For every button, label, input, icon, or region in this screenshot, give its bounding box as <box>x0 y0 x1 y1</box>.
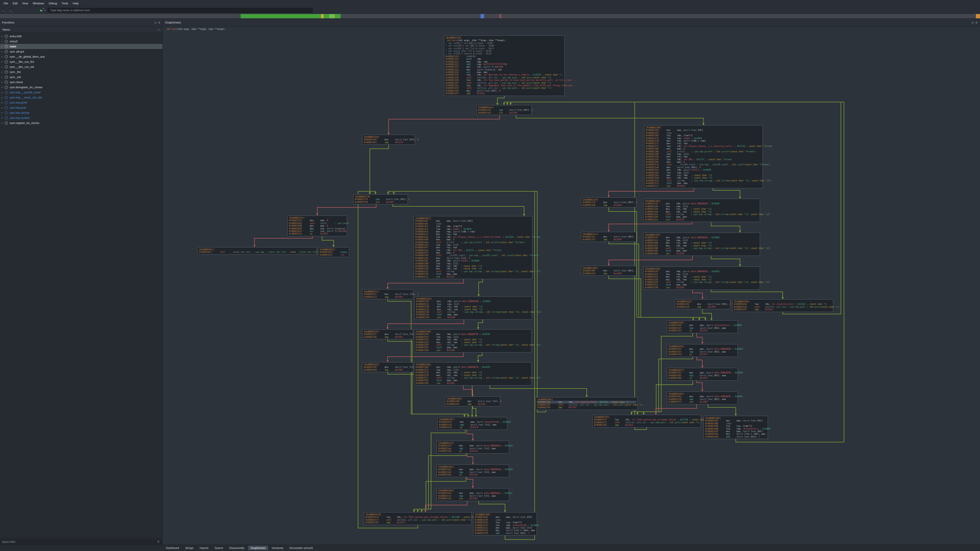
function-list-item-sym.imp.strcmp[interactable]: ▸ƒsym.imp.strcmp <box>0 110 162 115</box>
expand-arrow-icon[interactable]: ▸ <box>2 71 5 73</box>
basic-block-0x000014b7[interactable]: [0x000014b7]0x000014b7 mov eax, dword [v… <box>414 216 532 279</box>
expand-arrow-icon[interactable]: ▸ <box>2 61 5 63</box>
tab-graph-main-[interactable]: Graph(main) <box>248 546 268 550</box>
function-list-item-sym.imp.printf[interactable]: ▸ƒsym.imp.printf <box>0 100 162 105</box>
quick-filter-input[interactable]: Quick Filter <box>2 540 16 543</box>
basic-block-0x00001319[interactable]: [0x00001319] int main(int argc, char **a… <box>444 35 565 96</box>
basic-block-0x000013d2[interactable]: [0x000013d2]0x000013d2 mov rdx, qword da… <box>643 199 760 222</box>
quick-filter-clear-button[interactable]: X <box>156 540 160 543</box>
function-list-item-sym._fini[interactable]: ▸ƒsym._fini <box>0 69 162 75</box>
basic-block-0x00001548[interactable]: [0x00001548]0x00001548 mov rdx, qword da… <box>414 329 531 353</box>
function-list-item-sym.__libc_csu_init[interactable]: ▸ƒsym.__libc_csu_init <box>0 64 162 69</box>
function-list-item-sym.imp.puts[interactable]: ▸ƒsym.imp.puts <box>0 105 162 110</box>
basic-block-0x0000143b[interactable]: [0x0000143b]0x0000143b lea rdi, str.Inva… <box>732 299 833 312</box>
basic-block-0x00001621[interactable]: [0x00001621]0x00001621 leave0x00001622 r… <box>318 247 349 257</box>
expand-arrow-icon[interactable]: ▸ <box>2 35 5 38</box>
debug-dropdown-icon[interactable]: ▾ <box>45 9 45 11</box>
menu-item-debug[interactable]: Debug <box>47 1 59 5</box>
tab-search[interactable]: Search <box>212 546 226 550</box>
tab-dashboard[interactable]: Dashboard <box>163 546 181 550</box>
basic-block-0x000014a1[interactable]: [0x000014a1]0x000014a1 cmp dword [var_84… <box>476 105 531 115</box>
forward-icon[interactable]: →▾ <box>6 8 13 13</box>
basic-block-0x0000156b[interactable]: [0x0000156b]0x0000156b mov rdx, qword da… <box>414 362 531 386</box>
basic-block-0x0000146a[interactable]: [0x0000146a]0x0000146a mov eax, dword da… <box>667 392 738 404</box>
expand-arrow-icon[interactable]: ▸ <box>2 45 5 48</box>
functions-column-header[interactable]: Name ▲ <box>0 27 162 33</box>
expand-arrow-icon[interactable]: ▸ <box>2 106 5 109</box>
basic-block-0x00001364[interactable]: [0x00001364]0x00001364 mov eax, dword [v… <box>644 125 763 188</box>
basic-block-0x00001418[interactable]: [0x00001418]0x00001418 mov rdx, qword da… <box>643 267 760 290</box>
expand-arrow-icon[interactable]: ▸ <box>2 51 5 53</box>
function-list-item-sym.deregister_tm_clones[interactable]: ▸ƒsym.deregister_tm_clones <box>0 85 162 90</box>
expand-arrow-icon[interactable]: ▸ <box>2 76 5 78</box>
function-list-item-sym.imp.__isoc99_scanf[interactable]: ▸ƒsym.imp.__isoc99_scanf <box>0 90 162 95</box>
panel-close-icon[interactable]: ⊗ <box>158 21 160 24</box>
graph-canvas[interactable]: int main(int argc, char **argv, char **e… <box>162 27 980 545</box>
expand-arrow-icon[interactable]: ▸ <box>2 56 5 58</box>
debug-start-icon[interactable]: ▶D <box>40 8 43 12</box>
basic-block-0x000015b2[interactable]: [0x000015b2]0x000015b2 mov eax, dword da… <box>437 465 509 477</box>
panel-close-icon[interactable]: ⊗ <box>975 21 977 24</box>
expand-arrow-icon[interactable]: ▸ <box>2 40 5 43</box>
expand-arrow-icon[interactable]: ▸ <box>2 122 5 124</box>
panel-menu-icon[interactable]: ◎ <box>972 21 974 24</box>
basic-block-0x0000159c[interactable]: [0x0000159c]0x0000159c mov eax, dword ch… <box>438 417 508 430</box>
function-list-item-sym.register_tm_clones[interactable]: ▸ƒsym.register_tm_clones <box>0 121 162 125</box>
function-list-item-main[interactable]: ▸ƒmain <box>0 44 162 49</box>
basic-block-0x0000140f[interactable]: [0x0000140f]0x0000140f mov dword [var_80… <box>581 266 636 276</box>
basic-block-0x000013f5[interactable]: [0x000013f5]0x000013f5 mov rdx, qword da… <box>643 233 760 256</box>
expand-arrow-icon[interactable]: ▸ <box>2 117 5 119</box>
basic-block-0x00001585[interactable]: [0x00001585]0x00001585 mov dword [var_7c… <box>445 396 500 407</box>
function-list-item-sym._init[interactable]: ▸ƒsym._init <box>0 75 162 79</box>
basic-block-0x00001525[interactable]: [0x00001525]0x00001525 mov rdx, qword da… <box>414 297 532 320</box>
function-list-item-sym..plt.got[interactable]: ▸ƒsym..plt.got <box>0 49 162 54</box>
expand-arrow-icon[interactable]: ▸ <box>2 66 5 68</box>
expand-arrow-icon[interactable]: ▸ <box>2 81 5 83</box>
tab-disassembly[interactable]: Disassembly <box>227 546 247 550</box>
expand-arrow-icon[interactable]: ▸ <box>2 97 5 99</box>
basic-block-0x0000158e[interactable]: [0x0000158e]0x0000158e lea rdi, str.Inva… <box>536 397 638 410</box>
menu-item-file[interactable]: File <box>2 1 10 5</box>
tab-strings[interactable]: Strings <box>183 546 196 550</box>
basic-block-0x0000151c[interactable]: [0x0000151c]0x0000151c mov dword [var_7c… <box>362 289 413 299</box>
expand-arrow-icon[interactable]: ▸ <box>2 102 5 104</box>
basic-block-0x00001475[interactable]: [0x00001475]0x00001475 lea rdi, str.That… <box>592 415 701 427</box>
basic-block-0x00001483[interactable]: [0x00001483]0x00001483 mov eax, dword [v… <box>703 416 768 439</box>
basic-block-0x000015bd[interactable]: [0x000015bd]0x000015bd mov eax, dword da… <box>437 488 509 501</box>
function-list-item-entry.init0[interactable]: ▸ƒentry.init0 <box>0 34 162 39</box>
function-list-item-sym.imp.__stack_chk_fail[interactable]: ▸ƒsym.imp.__stack_chk_fail <box>0 95 162 100</box>
tab-hexdump[interactable]: Hexdump <box>269 546 286 550</box>
menu-item-view[interactable]: View <box>20 1 30 5</box>
function-list-item-sym.__do_global_dtors_aux[interactable]: ▸ƒsym.__do_global_dtors_aux <box>0 54 162 59</box>
menu-item-tools[interactable]: Tools <box>59 1 70 5</box>
basic-block-0x000015c8[interactable]: [0x000015c8]0x000015c8 lea rdi, str.That… <box>364 512 472 525</box>
basic-block-0x000015a7[interactable]: [0x000015a7]0x000015a7 mov eax, dword da… <box>437 441 509 454</box>
expand-arrow-icon[interactable]: ▸ <box>2 91 5 94</box>
menu-item-edit[interactable]: Edit <box>11 1 20 5</box>
basic-block-0x0000161c[interactable]: [0x0000161c]0x0000161c call __stack_chk_… <box>197 247 317 254</box>
function-list-item-sym.imp.system[interactable]: ▸ƒsym.imp.system <box>0 115 162 121</box>
function-list-item-sym.__libc_csu_fini[interactable]: ▸ƒsym.__libc_csu_fini <box>0 59 162 64</box>
basic-block-0x000013c9[interactable]: [0x000013c9]0x000013c9 mov dword [var_80… <box>581 197 636 207</box>
panel-menu-icon[interactable]: ◎ <box>154 21 157 24</box>
expand-arrow-icon[interactable]: ▸ <box>2 112 5 114</box>
back-icon[interactable]: ←▾ <box>0 8 6 13</box>
tab-imports[interactable]: Imports <box>197 546 211 550</box>
function-list-item-sym.check[interactable]: ▸ƒsym.check <box>0 79 162 85</box>
basic-block-0x00001454[interactable]: [0x00001454]0x00001454 mov eax, dword da… <box>667 344 738 357</box>
menu-item-help[interactable]: Help <box>71 1 81 5</box>
menu-item-windows[interactable]: Windows <box>30 1 46 5</box>
basic-block-0x000015f4[interactable]: [0x000015f4]0x000015f4 cmp dword [var_84… <box>353 194 408 204</box>
basic-block-0x0000145f[interactable]: [0x0000145f]0x0000145f mov eax, dword da… <box>667 368 738 381</box>
seek-progress-bar[interactable] <box>0 14 980 19</box>
basic-block-0x00001562[interactable]: [0x00001562]0x00001562 mov dword [var_7c… <box>362 362 413 372</box>
basic-block-0x000015d6[interactable]: [0x000015d6]0x000015d6 mov eax, dword [v… <box>473 512 537 535</box>
basic-block-0x00001432[interactable]: [0x00001432]0x00001432 mov dword [var_80… <box>675 299 730 309</box>
basic-block-0x0000153f[interactable]: [0x0000153f]0x0000153f mov dword [var_7c… <box>362 329 413 339</box>
basic-block-0x000015fe[interactable]: [0x000015fe]0x000015fe mov eax, 00x00001… <box>287 216 347 236</box>
function-list-item-entry0[interactable]: ▸ƒentry0 <box>0 39 162 44</box>
basic-block-0x000013ec[interactable]: [0x000013ec]0x000013ec mov dword [var_80… <box>581 232 636 242</box>
seek-search-input[interactable]: Type flag name or address here <box>48 8 313 13</box>
tab-decompiler-entry0-[interactable]: Decompiler (entry0) <box>287 546 315 550</box>
expand-arrow-icon[interactable]: ▸ <box>2 86 5 89</box>
